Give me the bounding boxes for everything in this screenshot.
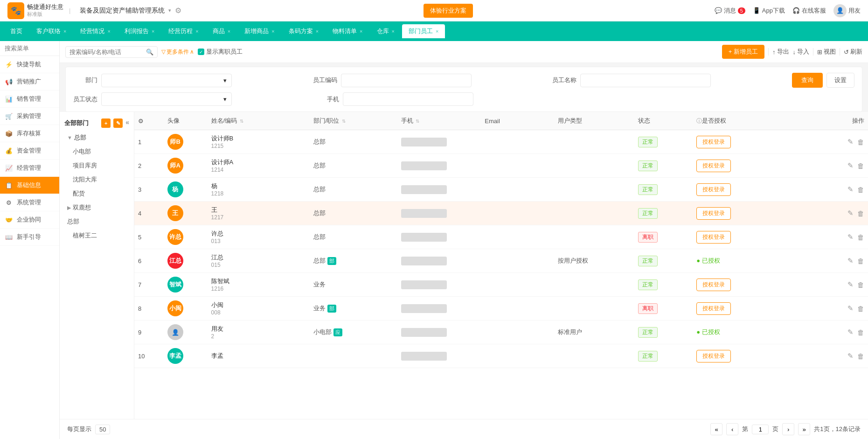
app-download-btn[interactable]: 📱 App下载 [753, 7, 785, 15]
edit-employee-btn[interactable]: ✎ [847, 328, 854, 336]
auth-login-btn[interactable]: 授权登录 [696, 160, 731, 172]
edit-employee-btn[interactable]: ✎ [847, 233, 854, 241]
sidebar-item-purchase[interactable]: 🛒 采购管理 [0, 108, 59, 125]
tab-barcode-close[interactable]: × [316, 28, 319, 34]
sort-dept-icon[interactable]: ⇅ [342, 118, 346, 124]
delete-employee-btn[interactable]: 🗑 [857, 305, 864, 313]
sidebar-item-sales[interactable]: 📊 销售管理 [0, 91, 59, 108]
tab-business-close[interactable]: × [107, 28, 110, 34]
edit-employee-btn[interactable]: ✎ [847, 352, 854, 360]
tree-item-planting[interactable]: 植树王二 [60, 229, 134, 243]
filter-status-select[interactable]: ▾ [101, 92, 232, 106]
edit-employee-btn[interactable]: ✎ [847, 304, 854, 313]
prev-page-btn[interactable]: ‹ [726, 423, 738, 435]
refresh-btn[interactable]: ↺ 刷新 [844, 48, 862, 56]
next-page-btn[interactable]: › [782, 423, 794, 435]
tab-add-goods[interactable]: 新增商品 × [238, 24, 281, 38]
edit-employee-btn[interactable]: ✎ [847, 185, 854, 194]
sort-phone-icon[interactable]: ⇅ [416, 118, 419, 124]
export-btn[interactable]: ↑ 导出 [772, 48, 789, 56]
first-page-btn[interactable]: « [710, 423, 722, 435]
col-phone[interactable]: 手机 ⇅ [397, 112, 481, 130]
auth-login-btn[interactable]: 授权登录 [696, 231, 731, 244]
sidebar-item-operations[interactable]: 📈 经营管理 [0, 160, 59, 177]
tab-bom[interactable]: 物料清单 × [326, 24, 369, 38]
show-resigned-toggle[interactable]: ✓ 显示离职员工 [198, 48, 243, 56]
more-conditions-btn[interactable]: ▽ 更多条件 ∧ [161, 48, 194, 56]
tab-profit[interactable]: 利润报告 × [118, 24, 161, 38]
filter-phone-input[interactable] [343, 92, 473, 106]
tab-home[interactable]: 首页 [4, 24, 29, 38]
tab-dept-emp-close[interactable]: × [436, 28, 438, 34]
online-service-btn[interactable]: 🎧 在线客服 [792, 7, 826, 15]
tab-business[interactable]: 经营情况 × [74, 24, 117, 38]
delete-employee-btn[interactable]: 🗑 [857, 328, 864, 336]
tree-item-hq[interactable]: 总部 [60, 215, 134, 229]
delete-employee-btn[interactable]: 🗑 [857, 281, 864, 289]
last-page-btn[interactable]: » [798, 423, 810, 435]
employee-search-input[interactable] [69, 49, 144, 56]
auth-login-btn[interactable]: 授权登录 [696, 136, 731, 148]
tab-goods[interactable]: 商品 × [206, 24, 237, 38]
edit-employee-btn[interactable]: ✎ [847, 138, 854, 146]
delete-employee-btn[interactable]: 🗑 [857, 233, 864, 241]
system-dropdown-arrow[interactable]: ▾ [168, 7, 171, 14]
sidebar-item-marketing[interactable]: 📢 营销推广 [0, 73, 59, 91]
delete-employee-btn[interactable]: 🗑 [857, 186, 864, 194]
col-settings[interactable]: ⚙ [134, 112, 164, 130]
tree-item-project-room[interactable]: 项目库房 [60, 159, 134, 173]
page-number-input[interactable] [752, 425, 769, 434]
tab-warehouse[interactable]: 仓库 × [370, 24, 401, 38]
sidebar-item-quick-nav[interactable]: ⚡ 快捷导航 [0, 56, 59, 73]
delete-employee-btn[interactable]: 🗑 [857, 162, 864, 170]
import-btn[interactable]: ↓ 导入 [793, 48, 810, 56]
delete-employee-btn[interactable]: 🗑 [857, 352, 864, 360]
delete-employee-btn[interactable]: 🗑 [857, 138, 864, 146]
tab-journey[interactable]: 经营历程 × [162, 24, 205, 38]
tree-item-distribution[interactable]: 配货 [60, 187, 134, 201]
sidebar-item-finance[interactable]: 💰 资金管理 [0, 142, 59, 160]
filter-dept-select[interactable]: ▾ [101, 74, 232, 87]
tab-barcode[interactable]: 条码方案 × [282, 24, 325, 38]
message-btn[interactable]: 💬 消息 5 [715, 7, 745, 15]
auth-login-btn[interactable]: 授权登录 [696, 183, 731, 196]
edit-employee-btn[interactable]: ✎ [847, 280, 854, 289]
tab-journey-close[interactable]: × [195, 28, 198, 34]
user-btn[interactable]: 👤 用友 [833, 4, 861, 17]
col-dept[interactable]: 部门/职位 ⇅ [310, 112, 397, 130]
dept-edit-icon[interactable]: ✎ [113, 118, 123, 128]
sidebar-item-system[interactable]: ⚙ 系统管理 [0, 194, 59, 211]
tab-warehouse-close[interactable]: × [392, 28, 395, 34]
per-page-value[interactable]: 50 [95, 425, 110, 434]
sidebar-item-inventory[interactable]: 📦 库存核算 [0, 125, 59, 142]
col-name[interactable]: 姓名/编码 ⇅ [208, 112, 310, 130]
auth-login-btn[interactable]: 授权登录 [696, 279, 731, 291]
tab-add-goods-close[interactable]: × [271, 28, 274, 34]
edit-employee-btn[interactable]: ✎ [847, 257, 854, 265]
show-resigned-checkbox[interactable]: ✓ [198, 49, 204, 55]
delete-employee-btn[interactable]: 🗑 [857, 257, 864, 265]
tab-profit-close[interactable]: × [152, 28, 154, 34]
add-employee-btn[interactable]: + 新增员工 [722, 45, 764, 59]
view-btn[interactable]: ⊞ 视图 [817, 48, 836, 56]
tree-item-shenyang[interactable]: 沈阳大库 [60, 173, 134, 187]
auth-login-btn[interactable]: 授权登录 [696, 207, 731, 220]
filter-emp-name-input[interactable] [580, 74, 711, 87]
dept-collapse-btn[interactable]: « [125, 118, 129, 128]
tab-customer[interactable]: 客户联络 × [30, 24, 73, 38]
sidebar-item-collab[interactable]: 🤝 企业协同 [0, 211, 59, 229]
tree-item-headquarters-group[interactable]: ▼ 总部 [60, 131, 134, 145]
tab-goods-close[interactable]: × [228, 28, 230, 34]
tree-item-double-deer[interactable]: ▶ 双鹿想 [60, 201, 134, 215]
auth-login-btn[interactable]: 授权登录 [696, 350, 731, 362]
tab-dept-emp[interactable]: 部门员工 × [402, 24, 445, 38]
query-btn[interactable]: 查询 [792, 73, 823, 88]
sidebar-item-basic-info[interactable]: 📋 基础信息 [0, 177, 59, 194]
experience-btn[interactable]: 体验行业方案 [424, 4, 473, 18]
set-btn[interactable]: 设置 [826, 73, 854, 88]
employee-search-icon[interactable]: 🔍 [146, 49, 153, 56]
settings-icon[interactable]: ⚙ [175, 6, 181, 15]
sidebar-item-guide[interactable]: 📖 新手引导 [0, 229, 59, 246]
dept-add-icon[interactable]: + [101, 118, 111, 128]
auth-login-btn[interactable]: 授权登录 [696, 302, 731, 315]
